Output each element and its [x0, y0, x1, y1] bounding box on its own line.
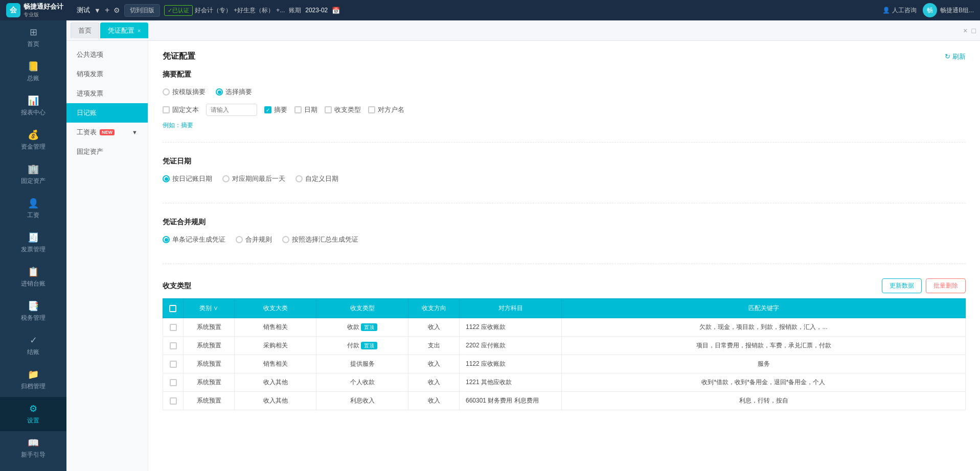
help-btn[interactable]: 👤 人工咨询 [882, 6, 917, 15]
sidebar-item-close[interactable]: ✓ 结账 [0, 328, 66, 363]
checkbox-row-2[interactable] [170, 361, 177, 368]
radio-single-record[interactable]: 单条记录生成凭证 [163, 235, 225, 244]
section-income-title: 收支类型 [163, 281, 191, 291]
guide-icon: 📖 [28, 437, 39, 449]
sidebar-item-invoice[interactable]: 🧾 发票管理 [0, 226, 66, 260]
row-checkbox-4[interactable] [163, 392, 184, 410]
left-nav-purchase-invoice[interactable]: 进项发票 [66, 84, 148, 103]
left-nav-sales-invoice[interactable]: 销项发票 [66, 64, 148, 84]
select-all-checkbox[interactable] [169, 305, 176, 312]
period-value: 2023-02 [305, 7, 328, 14]
row-account-3: 1221 其他应收款 [460, 373, 562, 392]
row-type-4: 利息收入 [316, 392, 408, 410]
type-tag-0[interactable]: 置顶 [361, 323, 377, 331]
tab-maximize-icon[interactable]: □ [972, 27, 976, 35]
left-nav-diary[interactable]: 日记账 [66, 103, 148, 123]
sidebar-item-finance[interactable]: 💰 资金管理 [0, 123, 66, 157]
sidebar-item-ledger[interactable]: 📒 总账 [0, 55, 66, 89]
home-icon: ⊞ [30, 27, 37, 38]
sidebar-item-member[interactable]: 👥 畅会员 [0, 465, 66, 471]
purchase-icon: 📋 [28, 266, 39, 277]
check-counterparty[interactable]: 对方户名 [368, 105, 404, 114]
radio-period-last[interactable]: 对应期间最后一天 [222, 174, 285, 183]
row-type-1: 付款 置顶 [316, 337, 408, 355]
check-type[interactable]: 收支类型 [325, 105, 361, 114]
radio-merge-rule[interactable]: 合并规则 [236, 235, 272, 244]
row-checkbox-2[interactable] [163, 355, 184, 373]
topbar-plus[interactable]: + [105, 6, 109, 15]
sidebar-label-salary: 工资 [27, 211, 39, 220]
section-date-title: 凭证日期 [163, 157, 966, 166]
user-menu[interactable]: 畅 畅捷通B组... [923, 3, 974, 17]
row-checkbox-0[interactable] [163, 318, 184, 337]
check-type-label: 收支类型 [334, 105, 361, 114]
batch-delete-btn[interactable]: 批量删除 [926, 278, 966, 293]
radio-select-summary[interactable]: 选择摘要 [216, 87, 252, 97]
checkbox-row-3[interactable] [170, 379, 177, 386]
type-tag-1[interactable]: 置顶 [361, 342, 377, 349]
tab-home[interactable]: 首页 [71, 22, 99, 38]
settings-icon[interactable]: ⚙ [113, 6, 120, 14]
table-row: 系统预置 采购相关 付款 置顶 支出 2202 应付账款 项目，日常费用，报销款… [163, 337, 966, 355]
check-summary[interactable]: ✓ 摘要 [264, 105, 287, 114]
sidebar-item-report[interactable]: 📊 报表中心 [0, 89, 66, 123]
period-dropdown[interactable]: ▼ [94, 7, 101, 14]
calendar-icon[interactable]: 📅 [332, 7, 340, 14]
tag-more: +... [276, 7, 285, 14]
topbar: 会 畅捷通好会计 专业版 测试 ▼ + ⚙ 切到旧版 ✓已认证 好会计（专） +… [0, 0, 980, 20]
checkbox-row-0[interactable] [170, 324, 177, 331]
check-fixed-text[interactable]: 固定文本 [163, 105, 199, 114]
logo-text: 畅捷通好会计 专业版 [24, 3, 63, 18]
radio-summary-generate[interactable]: 按照选择汇总生成凭证 [282, 235, 358, 244]
update-data-btn[interactable]: 更新数据 [882, 278, 922, 293]
tab-voucher-config[interactable]: 凭证配置 × [100, 22, 148, 38]
sidebar-label-archive: 归档管理 [21, 382, 45, 391]
invoice-icon: 🧾 [28, 232, 39, 243]
row-category-4: 系统预置 [184, 392, 235, 410]
tab-close-icon[interactable]: × [138, 28, 141, 34]
row-checkbox-1[interactable] [163, 337, 184, 355]
sidebar-item-archive[interactable]: 📁 归档管理 [0, 363, 66, 397]
radio-period-circle [222, 175, 230, 182]
content-area: 首页 凭证配置 × × □ 公共选项 销项发票 进项发 [66, 20, 980, 471]
switch-btn[interactable]: 切到旧版 [124, 4, 160, 17]
checkbox-row-1[interactable] [170, 342, 177, 349]
row-checkbox-3[interactable] [163, 373, 184, 392]
th-type: 收支类型 [316, 299, 408, 318]
radio-single-circle [163, 236, 170, 243]
radio-template-summary[interactable]: 按模版摘要 [163, 87, 206, 97]
left-nav-fixed-asset-label: 固定资产 [77, 147, 103, 156]
row-keywords-2: 服务 [562, 355, 966, 373]
left-nav-payroll[interactable]: 工资表 NEW ▼ [66, 123, 148, 142]
refresh-btn[interactable]: ↻ 刷新 [945, 52, 966, 61]
sidebar-item-asset[interactable]: 🏢 固定资产 [0, 157, 66, 192]
radio-merge-circle [236, 236, 243, 243]
sidebar-item-settings[interactable]: ⚙ 设置 [0, 397, 66, 431]
radio-select-label: 选择摘要 [225, 87, 252, 97]
radio-summary-circle [282, 236, 289, 243]
refresh-icon: ↻ [945, 53, 950, 60]
left-nav-fixed-asset[interactable]: 固定资产 [66, 142, 148, 161]
section-date: 凭证日期 按日记账日期 对应期间最后一天 自定义日期 [163, 157, 966, 203]
sidebar-item-home[interactable]: ⊞ 首页 [0, 20, 66, 55]
sidebar-item-tax[interactable]: 📑 税务管理 [0, 294, 66, 328]
th-select-all[interactable] [163, 299, 184, 318]
left-nav-public[interactable]: 公共选项 [66, 45, 148, 64]
row-keywords-4: 利息，行转，按自 [562, 392, 966, 410]
check-date[interactable]: 日期 [294, 105, 317, 114]
left-nav-sales-invoice-label: 销项发票 [77, 69, 103, 79]
period-label: 账期 [289, 6, 301, 15]
check-summary-label: 摘要 [274, 105, 287, 114]
finance-icon: 💰 [28, 129, 39, 140]
radio-diary-date[interactable]: 按日记账日期 [163, 174, 212, 183]
sidebar-item-guide[interactable]: 📖 新手引导 [0, 431, 66, 465]
tab-minimize-icon[interactable]: × [963, 27, 967, 35]
tag-haoshengyi: +好生意（标） [234, 6, 274, 15]
sidebar-item-salary[interactable]: 👤 工资 [0, 192, 66, 226]
checkbox-counterparty [368, 106, 375, 113]
radio-custom-date[interactable]: 自定义日期 [295, 174, 338, 183]
checkbox-row-4[interactable] [170, 397, 177, 405]
example-text: 例如：摘要 [163, 121, 966, 130]
sidebar-item-purchase[interactable]: 📋 进销台账 [0, 260, 66, 294]
fixed-text-input[interactable] [206, 104, 257, 116]
